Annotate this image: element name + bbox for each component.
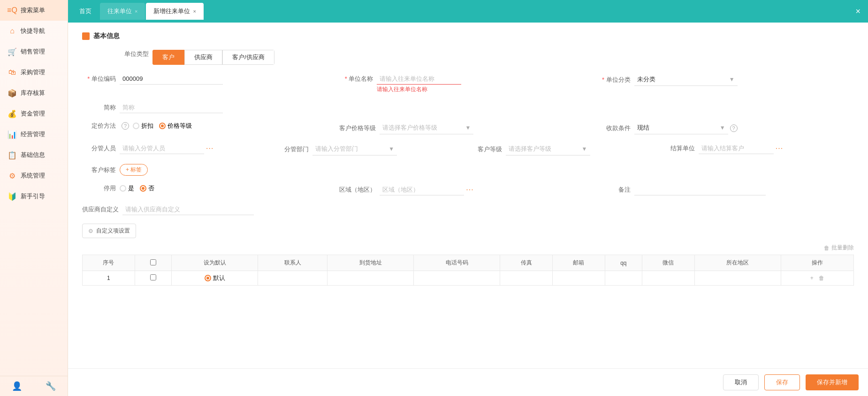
row-delete-button[interactable]: 🗑	[819, 275, 824, 281]
department-select[interactable]: 请输入分管部门 ▼	[312, 143, 397, 155]
row-contact	[258, 271, 327, 286]
short-name-row: 简称	[82, 102, 854, 113]
cancel-button[interactable]: 取消	[723, 374, 759, 390]
row-phone	[414, 271, 500, 286]
unit-type-both-button[interactable]: 客户/供应商	[222, 50, 274, 65]
sidebar-item-search[interactable]: ≡Q 搜索菜单	[0, 0, 68, 21]
save-button[interactable]: 保存	[764, 374, 800, 390]
unit-type-row: 单位类型 客户 供应商 客户/供应商	[120, 50, 854, 65]
unit-type-supplier-button[interactable]: 供应商	[184, 50, 222, 65]
col-phone: 电话号码	[414, 255, 500, 271]
disabled-yes-radio	[120, 185, 126, 192]
unit-type-label: 单位类型	[120, 50, 152, 58]
sidebar-item-sales[interactable]: 🛒 销售管理	[0, 41, 68, 62]
customer-tags-label: 客户标签	[82, 166, 120, 174]
custom-settings-button[interactable]: ⚙ 自定义项设置	[82, 224, 136, 238]
unit-name-input[interactable]	[377, 73, 461, 85]
customer-price-level-select[interactable]: 请选择客户价格等级 ▼	[380, 122, 473, 134]
supplier-custom-input[interactable]	[122, 204, 254, 215]
row-wechat	[642, 271, 695, 286]
manager-row: 分管人员 ··· 分管部门 请输入分管部门 ▼ 客户等级 请选择客户等级 ▼ 结…	[82, 143, 854, 155]
unit-category-select[interactable]: 未分类 ▼	[634, 73, 738, 86]
inventory-icon: 📦	[8, 88, 17, 98]
row-select-checkbox[interactable]	[150, 274, 156, 280]
row-actions: + 🗑	[781, 271, 853, 286]
col-default: 设为默认	[172, 255, 258, 271]
col-address: 到货地址	[327, 255, 414, 271]
sidebar-item-inventory[interactable]: 📦 库存核算	[0, 83, 68, 103]
tab-new-partner[interactable]: 新增往来单位 ×	[146, 3, 203, 20]
settlement-unit-more-button[interactable]: ···	[774, 144, 785, 153]
user-avatar-button[interactable]: 👤	[0, 376, 34, 396]
main-area: 首页 往来单位 × 新增往来单位 × × 基本信息 单位类型 客户 供应商 客户…	[68, 0, 868, 396]
disabled-group: 停用 是 否	[82, 184, 339, 193]
customer-level-select[interactable]: 请选择客户等级 ▼	[506, 143, 590, 155]
sidebar-item-guide[interactable]: 🔰 新手引导	[0, 186, 68, 207]
unit-code-input[interactable]	[120, 73, 223, 85]
unit-type-customer-button[interactable]: 客户	[152, 50, 184, 65]
row-default-radio-option[interactable]: 默认	[175, 274, 255, 282]
tab-partner-close[interactable]: ×	[135, 8, 137, 14]
payment-terms-select[interactable]: 现结 ▼	[634, 122, 728, 134]
sidebar-item-system[interactable]: ⚙ 系统管理	[0, 165, 68, 186]
add-tag-button[interactable]: + 标签	[120, 164, 148, 176]
remarks-input[interactable]	[634, 184, 766, 195]
col-seq: 序号	[83, 255, 135, 271]
pricing-level-radio	[159, 123, 166, 129]
row-default-radio	[205, 275, 211, 281]
unit-name-label: 单位名称	[339, 75, 377, 83]
col-qq: qq	[605, 255, 642, 271]
disabled-yes-option[interactable]: 是	[120, 184, 134, 193]
unit-code-label: 单位编码	[82, 75, 120, 83]
row-checkbox	[135, 271, 171, 286]
trash-icon: 🗑	[824, 245, 830, 251]
manager-more-button[interactable]: ···	[204, 144, 215, 153]
remarks-label: 备注	[597, 186, 634, 194]
sidebar-settings-button[interactable]: 🔧	[34, 376, 68, 396]
remarks-group: 备注	[597, 184, 854, 195]
tabs-bar: 首页 往来单位 × 新增往来单位 × ×	[68, 0, 868, 23]
customer-price-level-label: 客户价格等级	[339, 124, 380, 132]
short-name-label: 简称	[82, 103, 120, 112]
pricing-method-label: 定价方法	[82, 122, 120, 130]
finance-icon: 💰	[8, 109, 17, 118]
region-input[interactable]	[380, 184, 464, 195]
department-group: 分管部门 请输入分管部门 ▼	[275, 143, 468, 155]
manager-label: 分管人员	[82, 144, 120, 153]
row-address	[327, 271, 414, 286]
sidebar-item-quick-nav[interactable]: ⌂ 快捷导航	[0, 21, 68, 41]
table-header-row: 序号 设为默认 联系人 到货地址 电话号码 传真 邮箱 qq 微信 所在地区 操…	[83, 255, 854, 271]
disabled-no-option[interactable]: 否	[140, 184, 154, 193]
pricing-discount-option[interactable]: 折扣	[133, 122, 153, 130]
tabs-close-all-button[interactable]: ×	[852, 7, 864, 16]
guide-icon: 🔰	[8, 192, 17, 201]
department-chevron-icon: ▼	[388, 146, 394, 152]
short-name-input[interactable]	[120, 102, 223, 113]
pricing-info-icon[interactable]: ?	[122, 122, 129, 130]
table-actions: 🗑 批量删除	[82, 244, 854, 252]
batch-delete-button[interactable]: 🗑 批量删除	[824, 244, 854, 252]
tab-partner[interactable]: 往来单位 ×	[100, 3, 145, 20]
region-more-button[interactable]: ···	[464, 186, 475, 194]
sidebar-item-purchase[interactable]: 🛍 采购管理	[0, 62, 68, 83]
settlement-unit-input[interactable]	[699, 143, 774, 154]
tab-home[interactable]: 首页	[72, 3, 99, 20]
select-all-checkbox[interactable]	[150, 259, 156, 265]
tab-new-partner-close[interactable]: ×	[193, 8, 196, 14]
sidebar-item-basic-info[interactable]: 📋 基础信息	[0, 145, 68, 165]
payment-terms-chevron-icon: ▼	[720, 124, 725, 131]
save-and-new-button[interactable]: 保存并新增	[806, 374, 859, 390]
department-label: 分管部门	[275, 145, 312, 154]
system-icon: ⚙	[8, 171, 17, 180]
sidebar-item-operations[interactable]: 📊 经营管理	[0, 124, 68, 145]
payment-terms-info-icon[interactable]: ?	[730, 124, 738, 132]
sidebar-item-finance[interactable]: 💰 资金管理	[0, 103, 68, 124]
pricing-row: 定价方法 ? 折扣 价格等级 客户价格等级 请选择客户价格等级	[82, 122, 854, 134]
pricing-level-option[interactable]: 价格等级	[159, 122, 192, 130]
short-name-group: 简称	[82, 102, 854, 113]
col-checkbox	[135, 255, 171, 271]
gear-icon: ⚙	[88, 228, 93, 234]
manager-input[interactable]	[120, 143, 204, 154]
row-add-button[interactable]: +	[810, 275, 814, 281]
home-icon: ⌂	[8, 26, 17, 36]
